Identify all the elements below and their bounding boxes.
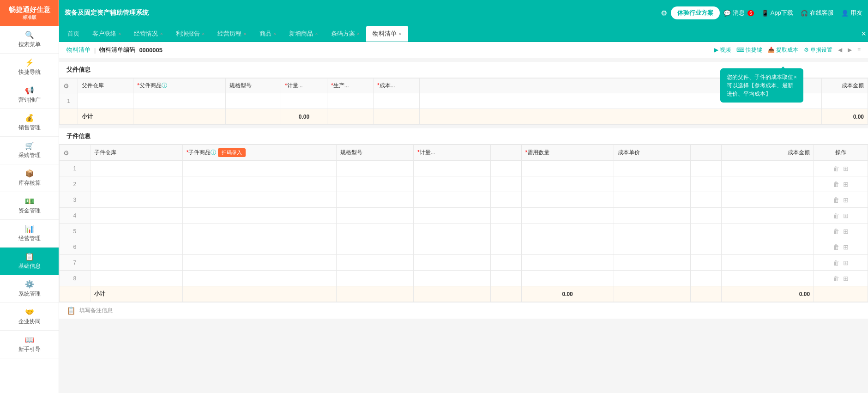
sidebar-item-系统管理[interactable]: ⚙️系统管理 (0, 275, 59, 303)
settings-icon[interactable]: ⚙ (63, 82, 69, 90)
navtab-8[interactable]: 物料清单 × (366, 26, 408, 42)
sidebar-item-采购管理[interactable]: 🛒采购管理 (0, 137, 59, 164)
video-button[interactable]: ▶ 视频 (714, 46, 731, 54)
navtab-3[interactable]: 利润报告 × (169, 26, 211, 42)
child-row-2-spec[interactable] (337, 176, 414, 192)
navtab-close-6[interactable]: × (315, 31, 318, 36)
delete-icon-2[interactable]: 🗑 (833, 181, 839, 188)
navtab-5[interactable]: 商品 × (253, 26, 283, 42)
sidebar-item-营销推广[interactable]: 📢营销推广 (0, 81, 59, 109)
child-row-3-qty[interactable] (521, 192, 614, 208)
child-row-3-spec[interactable] (337, 192, 414, 208)
nav-next-icon[interactable]: ▶ (848, 47, 852, 53)
child-row-7-qty[interactable] (521, 255, 614, 271)
navtab-0[interactable]: 首页 (61, 26, 86, 42)
child-row-7-spec[interactable] (337, 255, 414, 271)
parent-row-1-unit[interactable] (281, 93, 327, 109)
child-row-1-warehouse[interactable] (90, 161, 182, 176)
scan-button[interactable]: 扫码录入 (218, 148, 246, 157)
navtab-close-3[interactable]: × (202, 31, 205, 36)
child-row-6-qty[interactable] (521, 239, 614, 255)
copy-icon-2[interactable]: ⊞ (843, 181, 849, 188)
child-row-3-unit[interactable] (414, 192, 491, 208)
copy-icon-3[interactable]: ⊞ (843, 196, 849, 204)
child-row-6-product[interactable] (182, 239, 337, 255)
sidebar-item-资金管理[interactable]: 💵资金管理 (0, 192, 59, 220)
shortcut-button[interactable]: ⌨ 快捷键 (736, 46, 762, 54)
delete-icon-1[interactable]: 🗑 (833, 165, 839, 172)
sidebar-item-库存核算[interactable]: 📦库存核算 (0, 164, 59, 192)
child-row-3-warehouse[interactable] (90, 192, 182, 208)
navtab-2[interactable]: 经营情况 × (127, 26, 169, 42)
child-row-1-qty[interactable] (521, 161, 614, 176)
delete-icon-4[interactable]: 🗑 (833, 212, 839, 219)
delete-icon-8[interactable]: 🗑 (833, 275, 839, 282)
delete-icon-6[interactable]: 🗑 (833, 243, 839, 251)
child-row-4-product[interactable] (182, 208, 337, 224)
navtab-close-7[interactable]: × (357, 31, 360, 36)
navtab-close-1[interactable]: × (118, 31, 121, 36)
parent-row-1-cost[interactable] (374, 93, 420, 109)
child-row-8-qty[interactable] (521, 271, 614, 286)
child-row-6-warehouse[interactable] (90, 239, 182, 255)
child-row-8-warehouse[interactable] (90, 271, 182, 286)
copy-icon-7[interactable]: ⊞ (843, 259, 849, 266)
breadcrumb-home[interactable]: 物料清单 (66, 46, 90, 54)
child-row-2-unit-cost[interactable] (614, 176, 691, 192)
copy-icon-5[interactable]: ⊞ (843, 228, 849, 235)
parent-row-1-spec[interactable] (226, 93, 281, 109)
child-row-2-unit[interactable] (414, 176, 491, 192)
child-row-8-product[interactable] (182, 271, 337, 286)
copy-icon-8[interactable]: ⊞ (843, 275, 849, 282)
app-download-button[interactable]: 📱 App下载 (761, 9, 793, 17)
child-row-6-spec[interactable] (337, 239, 414, 255)
tooltip-close-button[interactable]: × (794, 73, 797, 81)
navtab-close-8[interactable]: × (398, 31, 401, 36)
copy-icon-1[interactable]: ⊞ (843, 165, 849, 172)
child-row-5-unit[interactable] (414, 224, 491, 239)
user-button[interactable]: 👤 用友 (841, 9, 862, 17)
navtab-1[interactable]: 客户联络 × (86, 26, 127, 42)
child-row-8-unit[interactable] (414, 271, 491, 286)
navtab-close-5[interactable]: × (273, 31, 276, 36)
child-row-4-warehouse[interactable] (90, 208, 182, 224)
child-row-3-product[interactable] (182, 192, 337, 208)
child-row-2-qty[interactable] (521, 176, 614, 192)
child-row-2-product[interactable] (182, 176, 337, 192)
sidebar-item-快捷导航[interactable]: ⚡快捷导航 (0, 54, 59, 81)
sidebar-item-新手引导[interactable]: 📖新手引导 (0, 331, 59, 358)
child-row-1-unit[interactable] (414, 161, 491, 176)
child-settings-icon[interactable]: ⚙ (63, 149, 69, 157)
extract-cost-button[interactable]: 📥 提取成本 (768, 46, 798, 54)
child-row-1-spec[interactable] (337, 161, 414, 176)
child-row-1-unit-cost[interactable] (614, 161, 691, 176)
child-row-2-warehouse[interactable] (90, 176, 182, 192)
child-row-5-qty[interactable] (521, 224, 614, 239)
delete-icon-7[interactable]: 🗑 (833, 259, 839, 266)
child-row-8-spec[interactable] (337, 271, 414, 286)
navtab-7[interactable]: 条码方案 × (325, 26, 366, 42)
copy-icon-4[interactable]: ⊞ (843, 212, 849, 219)
gear-icon[interactable]: ⚙ (661, 9, 667, 18)
child-row-3-unit-cost[interactable] (614, 192, 691, 208)
menu-icon[interactable]: ≡ (857, 47, 861, 53)
delete-icon-3[interactable]: 🗑 (833, 196, 839, 204)
single-setting-button[interactable]: ⚙ 单据设置 (804, 46, 832, 54)
child-row-8-unit-cost[interactable] (614, 271, 691, 286)
parent-row-1-product[interactable] (133, 93, 226, 109)
child-row-4-spec[interactable] (337, 208, 414, 224)
child-row-5-product[interactable] (182, 224, 337, 239)
sidebar-item-基础信息[interactable]: 📋基础信息 (0, 248, 59, 275)
child-row-5-warehouse[interactable] (90, 224, 182, 239)
child-row-4-unit-cost[interactable] (614, 208, 691, 224)
sidebar-item-企业协同[interactable]: 🤝企业协同 (0, 303, 59, 331)
child-row-6-unit[interactable] (414, 239, 491, 255)
parent-row-1-production[interactable] (327, 93, 374, 109)
child-row-6-unit-cost[interactable] (614, 239, 691, 255)
child-row-4-qty[interactable] (521, 208, 614, 224)
child-row-5-spec[interactable] (337, 224, 414, 239)
close-all-tabs-button[interactable]: × (861, 29, 866, 39)
navtab-close-4[interactable]: × (243, 31, 246, 36)
parent-row-1-warehouse[interactable] (78, 93, 133, 109)
sidebar-item-搜索菜单[interactable]: 🔍搜索菜单 (0, 26, 59, 54)
